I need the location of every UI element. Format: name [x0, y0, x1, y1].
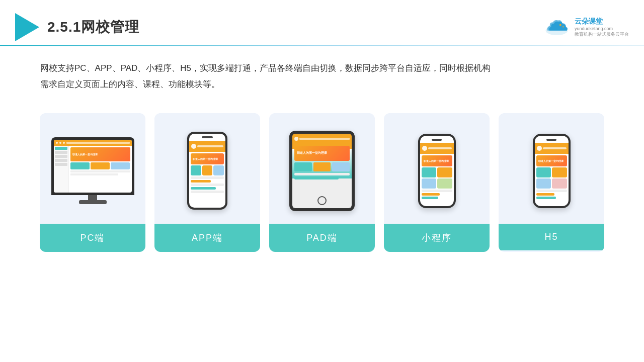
pad-card-1 — [294, 162, 312, 171]
miniapp-card-3 — [422, 178, 437, 189]
app-header-text — [197, 145, 223, 147]
h5-card-4 — [552, 178, 567, 189]
pc-cards-row — [70, 162, 130, 169]
brand-logo-area: 云朵课堂 yunduoketang.com 教育机构一站式服务云平台 — [543, 17, 629, 38]
brand-name: 云朵课堂 — [575, 17, 629, 26]
pad-card-3 — [332, 162, 350, 171]
miniapp-card-4 — [437, 178, 452, 189]
h5-card-1 — [536, 167, 551, 177]
pc-row-1 — [70, 170, 130, 172]
miniapp-card-1 — [422, 167, 437, 177]
pc-main-content: 职道人的第一堂均理课 — [69, 146, 132, 193]
pc-card-1 — [70, 162, 90, 169]
app-header — [189, 141, 225, 152]
miniapp-strip-3 — [422, 197, 439, 199]
h5-banner-text: 职道人的第一堂均理课 — [538, 159, 564, 162]
brand-slogan: 教育机构一站式服务云平台 — [575, 31, 629, 38]
h5-screen: 职道人的第一堂均理课 — [535, 136, 569, 206]
card-app-image: 职道人的第一堂均理课 — [154, 113, 260, 224]
pc-card-2 — [91, 162, 110, 169]
pc-nav-3 — [55, 155, 67, 158]
app-card-1 — [191, 165, 201, 175]
page-header: 2.5.1网校管理 云朵课堂 yunduoketang.com 教育机构一站式服… — [0, 0, 644, 45]
logo-triangle-icon — [15, 13, 39, 41]
card-pad-label: PAD端 — [269, 224, 375, 252]
miniapp-strip-1 — [422, 190, 452, 192]
app-phone-screen: 职道人的第一堂均理课 — [189, 134, 225, 208]
svg-point-1 — [559, 24, 561, 26]
description-paragraph: 网校支持PC、APP、PAD、小程序、H5，实现多端打通，产品各终端自由切换，数… — [40, 60, 604, 76]
h5-strip-2 — [536, 193, 555, 196]
card-app-label: APP端 — [154, 224, 260, 252]
h5-phone-mockup: 职道人的第一堂均理课 — [533, 134, 571, 208]
pc-nav-4 — [55, 159, 67, 162]
h5-header-text — [543, 147, 567, 149]
card-pad-image: 职道人的第一堂均理课 — [269, 113, 375, 224]
svg-point-2 — [562, 26, 564, 28]
h5-card-2 — [552, 167, 567, 177]
card-h5: 职道人的第一堂均理课 — [499, 113, 604, 252]
pad-strip-2 — [294, 177, 339, 179]
pc-title-bar — [66, 142, 130, 144]
app-card-3 — [213, 165, 224, 175]
description-paragraph-2: 需求自定义页面上的内容、课程、功能模块等。 — [40, 76, 604, 93]
app-banner: 职道人的第一堂均理课 — [191, 153, 224, 164]
h5-card-3 — [536, 178, 551, 189]
brand-url: yunduoketang.com — [575, 26, 629, 31]
card-pc-image: 职道人的第一堂均理课 — [40, 113, 145, 224]
pc-dot-3 — [63, 142, 65, 144]
h5-strip-3 — [536, 197, 556, 199]
pc-body: 职道人的第一堂均理课 — [54, 146, 132, 193]
app-strip-4 — [191, 187, 216, 190]
card-h5-image: 职道人的第一堂均理课 — [499, 113, 604, 224]
pc-monitor: 职道人的第一堂均理课 — [51, 137, 134, 195]
pc-screen: 职道人的第一堂均理课 — [54, 140, 132, 193]
pc-device-mockup: 职道人的第一堂均理课 — [51, 137, 134, 204]
app-body: 职道人的第一堂均理课 — [189, 152, 225, 195]
h5-banner: 职道人的第一堂均理课 — [536, 155, 567, 166]
app-avatar — [191, 144, 196, 149]
h5-cards — [536, 167, 567, 177]
miniapp-cards — [422, 167, 452, 177]
card-miniapp-image: 职道人的第一堂均理课 — [384, 113, 490, 224]
pc-stand-base — [79, 200, 107, 204]
h5-header — [535, 143, 569, 154]
pc-stand-neck — [88, 195, 97, 200]
pad-banner-text: 职道人的第一堂均理课 — [297, 151, 327, 155]
h5-cards-2 — [536, 178, 567, 189]
pc-nav-1 — [55, 147, 67, 150]
miniapp-body: 职道人的第一堂均理课 — [420, 154, 454, 201]
app-banner-text: 职道人的第一堂均理课 — [193, 157, 218, 160]
app-strip-2 — [191, 180, 211, 183]
h5-body: 职道人的第一堂均理课 — [535, 154, 569, 201]
app-cards-row — [191, 165, 224, 175]
miniapp-screen: 职道人的第一堂均理课 — [420, 136, 454, 206]
page-title: 2.5.1网校管理 — [47, 18, 139, 37]
pc-topbar — [54, 140, 132, 146]
card-pc: 职道人的第一堂均理课 — [40, 113, 145, 252]
miniapp-banner-text: 职道人的第一堂均理课 — [424, 159, 449, 162]
pc-nav-2 — [55, 151, 67, 154]
pc-card-3 — [111, 162, 130, 169]
pad-cards — [294, 162, 350, 171]
pc-banner: 职道人的第一堂均理课 — [70, 147, 130, 161]
pad-title — [299, 138, 350, 140]
card-miniapp-label: 小程序 — [384, 224, 490, 252]
miniapp-header — [420, 143, 454, 154]
miniapp-avatar — [422, 146, 427, 151]
pc-banner-text: 职道人的第一堂均理课 — [72, 153, 98, 156]
pc-row-2 — [70, 173, 118, 175]
pad-tablet-mockup: 职道人的第一堂均理课 — [289, 131, 355, 211]
pc-sidebar — [54, 146, 69, 193]
pc-dot-2 — [59, 142, 61, 144]
pad-strip-1 — [294, 173, 350, 175]
card-pad: 职道人的第一堂均理课 PAD端 — [269, 113, 375, 252]
app-strip-3 — [191, 184, 224, 186]
pad-avatar — [294, 137, 298, 141]
app-card-2 — [202, 165, 213, 175]
card-app: 职道人的第一堂均理课 APP端 — [154, 113, 260, 252]
card-miniapp: 职道人的第一堂均理课 — [384, 113, 490, 252]
pad-banner: 职道人的第一堂均理课 — [294, 146, 350, 161]
platform-cards: 职道人的第一堂均理课 — [0, 98, 644, 262]
card-pc-label: PC端 — [40, 224, 145, 252]
